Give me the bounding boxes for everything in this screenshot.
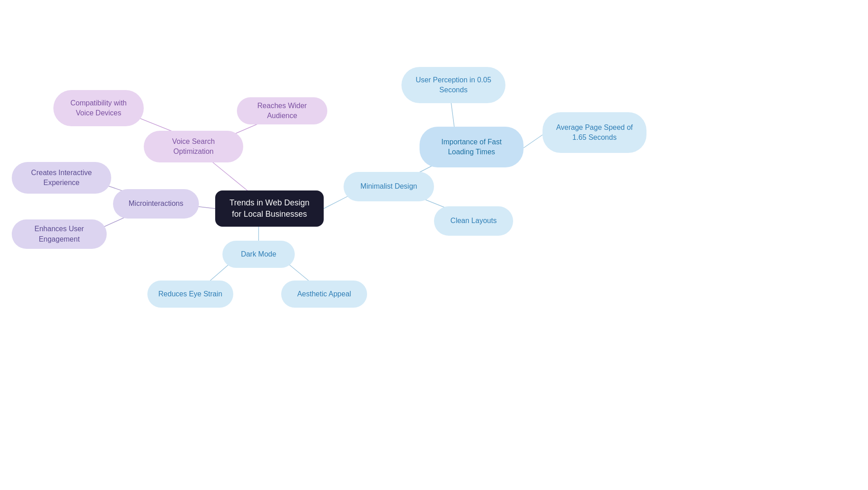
clean-layouts-node: Clean Layouts <box>434 206 513 236</box>
compatibility-voice-label: Compatibility with Voice Devices <box>62 98 135 119</box>
user-perception-label: User Perception in 0.05 Seconds <box>410 75 496 95</box>
reduces-eye-strain-label: Reduces Eye Strain <box>158 289 222 299</box>
microinteractions-node: Microinteractions <box>113 189 199 219</box>
dark-mode-label: Dark Mode <box>241 249 276 259</box>
importance-fast-node: Importance of Fast Loading Times <box>420 127 524 167</box>
minimalist-design-label: Minimalist Design <box>360 181 417 191</box>
minimalist-design-node: Minimalist Design <box>344 172 434 201</box>
user-perception-node: User Perception in 0.05 Seconds <box>401 67 505 103</box>
avg-page-speed-label: Average Page Speed of 1.65 Seconds <box>552 123 637 143</box>
center-label: Trends in Web Design for Local Businesse… <box>224 197 315 220</box>
reaches-wider-label: Reaches Wider Audience <box>246 101 318 121</box>
voice-search-node: Voice Search Optimization <box>144 131 243 162</box>
reaches-wider-node: Reaches Wider Audience <box>237 97 327 124</box>
aesthetic-appeal-node: Aesthetic Appeal <box>281 281 367 308</box>
enhances-engagement-node: Enhances User Engagement <box>12 219 107 249</box>
aesthetic-appeal-label: Aesthetic Appeal <box>297 289 351 299</box>
importance-fast-label: Importance of Fast Loading Times <box>429 137 514 157</box>
clean-layouts-label: Clean Layouts <box>450 216 496 226</box>
reduces-eye-strain-node: Reduces Eye Strain <box>147 281 233 308</box>
dark-mode-node: Dark Mode <box>222 241 295 268</box>
voice-search-label: Voice Search Optimization <box>153 137 234 157</box>
svg-line-13 <box>524 135 542 148</box>
creates-interactive-label: Creates Interactive Experience <box>21 168 102 188</box>
enhances-engagement-label: Enhances User Engagement <box>21 224 98 244</box>
avg-page-speed-node: Average Page Speed of 1.65 Seconds <box>542 112 646 153</box>
creates-interactive-node: Creates Interactive Experience <box>12 162 111 194</box>
microinteractions-label: Microinteractions <box>129 199 184 209</box>
compatibility-voice-node: Compatibility with Voice Devices <box>53 90 144 126</box>
center-node: Trends in Web Design for Local Businesse… <box>215 190 324 227</box>
